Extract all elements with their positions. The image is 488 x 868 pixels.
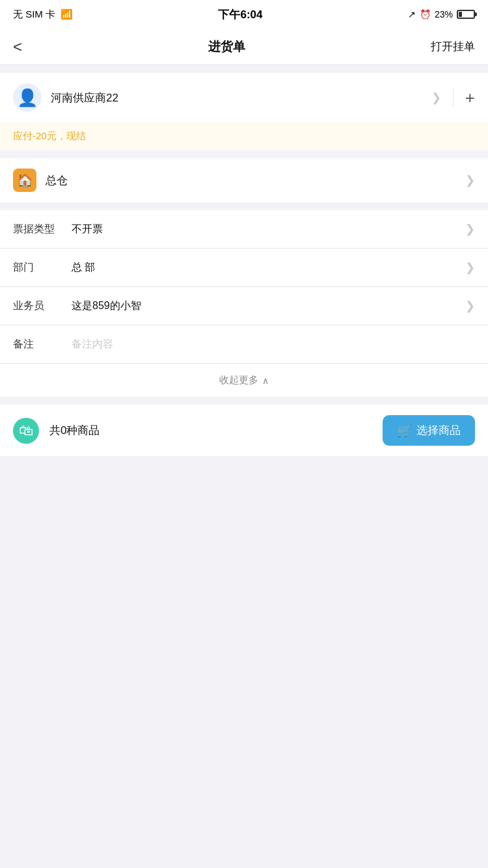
battery-icon — [457, 10, 475, 19]
alarm-icon: ⏰ — [420, 9, 431, 20]
battery-percent: 23% — [435, 9, 453, 20]
divider-1 — [0, 150, 488, 158]
collapse-text: 收起更多 — [219, 374, 258, 387]
cart-icon: 🛒 — [397, 424, 411, 438]
warehouse-icon-wrap: 🏠 — [13, 169, 36, 192]
warehouse-icon: 🏠 — [17, 172, 33, 188]
remark-placeholder: 备注内容 — [72, 338, 475, 351]
select-product-button[interactable]: 🛒 选择商品 — [383, 415, 475, 446]
department-chevron: ❯ — [465, 260, 475, 275]
collapse-chevron-icon: ∧ — [262, 375, 269, 386]
open-pending-button[interactable]: 打开挂单 — [431, 39, 475, 54]
nav-bar: < 进货单 打开挂单 — [0, 29, 488, 65]
invoice-type-value: 不开票 — [72, 223, 465, 236]
supplier-name: 河南供应商22 — [51, 90, 422, 105]
form-section: 票据类型 不开票 ❯ 部门 总 部 ❯ 业务员 这是859的小智 ❯ 备注 备注… — [0, 210, 488, 397]
carrier-label: 无 SIM 卡 — [13, 8, 55, 21]
warehouse-chevron-icon: ❯ — [465, 173, 475, 187]
location-icon: ↗ — [408, 9, 416, 20]
supplier-actions: ❯ + — [431, 88, 475, 107]
vertical-divider — [453, 88, 454, 107]
salesperson-value: 这是859的小智 — [72, 299, 465, 313]
salesperson-label: 业务员 — [13, 299, 72, 313]
notice-text: 应付-20元，现结 — [13, 130, 86, 141]
person-icon: 👤 — [17, 88, 38, 108]
remark-row[interactable]: 备注 备注内容 — [0, 325, 488, 363]
divider-2 — [0, 202, 488, 210]
shopping-bag-icon: 🛍 — [19, 422, 33, 439]
department-value: 总 部 — [72, 261, 465, 275]
notice-banner: 应付-20元，现结 — [0, 122, 488, 150]
invoice-type-row[interactable]: 票据类型 不开票 ❯ — [0, 210, 488, 248]
product-icon-wrap: 🛍 — [13, 418, 39, 444]
product-count-text: 共0种商品 — [49, 423, 372, 438]
status-left: 无 SIM 卡 📶 — [13, 8, 73, 21]
remark-label: 备注 — [13, 338, 72, 351]
warehouse-section: 🏠 总仓 ❯ — [0, 158, 488, 202]
collapse-button[interactable]: 收起更多 ∧ — [0, 363, 488, 397]
supplier-avatar: 👤 — [13, 83, 42, 112]
department-label: 部门 — [13, 261, 72, 275]
salesperson-row[interactable]: 业务员 这是859的小智 ❯ — [0, 287, 488, 325]
page-background — [0, 456, 488, 651]
add-supplier-button[interactable]: + — [465, 89, 475, 106]
invoice-type-chevron: ❯ — [465, 222, 475, 236]
warehouse-row[interactable]: 🏠 总仓 ❯ — [0, 158, 488, 202]
bottom-bar: 🛍 共0种商品 🛒 选择商品 — [0, 405, 488, 456]
wifi-icon: 📶 — [61, 8, 73, 20]
battery-fill — [459, 12, 462, 17]
supplier-row[interactable]: 👤 河南供应商22 ❯ + — [0, 73, 488, 122]
warehouse-name: 总仓 — [46, 173, 456, 188]
back-button[interactable]: < — [13, 39, 22, 55]
status-time: 下午6:04 — [218, 7, 262, 22]
status-bar: 无 SIM 卡 📶 下午6:04 ↗ ⏰ 23% — [0, 0, 488, 29]
supplier-section: 👤 河南供应商22 ❯ + 应付-20元，现结 — [0, 73, 488, 150]
invoice-type-label: 票据类型 — [13, 223, 72, 236]
status-right: ↗ ⏰ 23% — [408, 9, 475, 20]
page-title: 进货单 — [208, 38, 245, 55]
select-product-label: 选择商品 — [416, 423, 461, 438]
top-divider — [0, 65, 488, 73]
supplier-chevron-icon: ❯ — [431, 90, 441, 105]
department-row[interactable]: 部门 总 部 ❯ — [0, 249, 488, 286]
salesperson-chevron: ❯ — [465, 299, 475, 313]
